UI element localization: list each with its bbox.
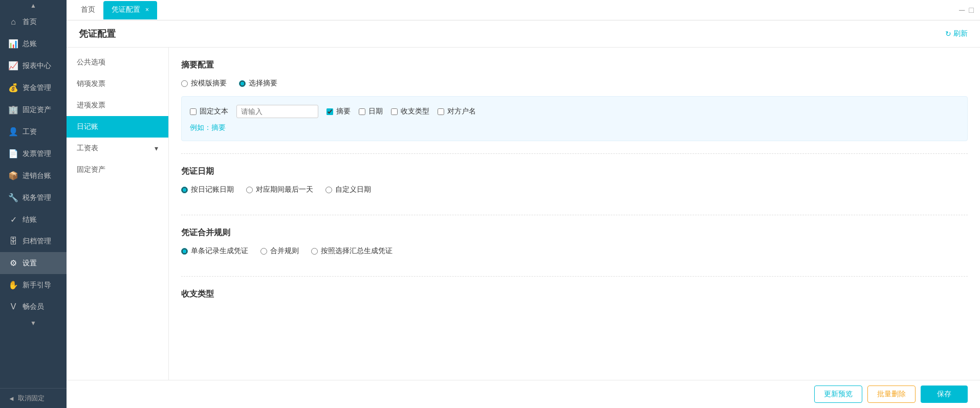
voucher-date-radio-group: 按日记账日期 对应期间最后一天 自定义日期 [181, 185, 968, 194]
sidebar-item-tax[interactable]: 🔧 税务管理 [0, 187, 67, 209]
left-nav-public[interactable]: 公共选项 [67, 52, 168, 73]
left-nav-purchase-invoice[interactable]: 进项发票 [67, 95, 168, 116]
summary-section: 摘要配置 按模版摘要 选择摘要 [181, 60, 968, 154]
merge-rule-option[interactable]: 合并规则 [260, 246, 299, 256]
tab-close-button[interactable]: × [145, 6, 149, 13]
ledger-icon: 📊 [8, 39, 18, 49]
sidebar-item-purchase[interactable]: 📦 进销台账 [0, 165, 67, 187]
summary-generate-radio[interactable] [311, 248, 318, 255]
fund-icon: 💰 [8, 83, 18, 93]
sidebar-item-ledger[interactable]: 📊 总账 [0, 33, 67, 55]
refresh-button[interactable]: ↻ 刷新 [945, 29, 968, 38]
summary-generate-option[interactable]: 按照选择汇总生成凭证 [311, 246, 393, 256]
merge-rules-title: 凭证合并规则 [181, 228, 968, 238]
left-nav: 公共选项 销项发票 进项发票 日记账 工资表 ▾ 固定资产 [67, 48, 169, 380]
update-preview-button[interactable]: 更新预览 [814, 386, 862, 403]
invoice-icon: 📄 [8, 149, 18, 158]
sidebar-item-asset[interactable]: 🏢 固定资产 [0, 99, 67, 121]
page-header: 凭证配置 ↻ 刷新 [67, 20, 980, 48]
home-icon: ⌂ [8, 17, 18, 27]
sidebar-item-archive[interactable]: 🗄 归档管理 [0, 231, 67, 252]
save-button[interactable]: 保存 [921, 386, 968, 403]
summary-section-title: 摘要配置 [181, 60, 968, 71]
left-nav-payroll-table[interactable]: 工资表 ▾ [67, 138, 168, 159]
sidebar-item-fund[interactable]: 💰 资金管理 [0, 77, 67, 99]
refresh-icon: ↻ [945, 30, 951, 38]
purchase-icon: 📦 [8, 171, 18, 180]
bottom-bar: 更新预览 批量删除 保存 [67, 380, 980, 408]
date-option[interactable]: 日期 [359, 107, 383, 116]
income-type-title: 收支类型 [181, 289, 968, 300]
sidebar-item-home[interactable]: ⌂ 首页 [0, 11, 67, 33]
counterparty-option[interactable]: 对方户名 [438, 107, 476, 116]
left-nav-sales[interactable]: 销项发票 [67, 73, 168, 95]
counterparty-checkbox[interactable] [438, 108, 444, 115]
merge-rules-radio-group: 单条记录生成凭证 合并规则 按照选择汇总生成凭证 [181, 246, 968, 256]
sidebar-item-close[interactable]: ✓ 结账 [0, 209, 67, 231]
merge-rule-radio[interactable] [260, 248, 267, 255]
abstract-checkbox[interactable] [326, 108, 333, 115]
pin-icon: ◄ [8, 395, 15, 402]
sidebar-scroll-down[interactable]: ▼ [0, 318, 67, 329]
last-day-option[interactable]: 对应期间最后一天 [246, 185, 313, 194]
journal-date-radio[interactable] [181, 187, 188, 193]
summary-select-radio[interactable] [239, 80, 246, 87]
income-type-section: 收支类型 [181, 289, 968, 320]
sidebar-item-vip[interactable]: V 畅会员 [0, 296, 67, 318]
close-accounts-icon: ✓ [8, 215, 18, 224]
summary-checkbox-row: 固定文本 摘要 日期 [190, 105, 959, 118]
page-title: 凭证配置 [79, 28, 116, 40]
sidebar-item-settings[interactable]: ⚙ 设置 [0, 252, 67, 274]
left-nav-journal[interactable]: 日记账 [67, 116, 168, 138]
date-checkbox[interactable] [359, 108, 365, 115]
vip-icon: V [8, 302, 18, 311]
summary-example: 例如：摘要 [190, 123, 959, 132]
sidebar-item-guide[interactable]: ✋ 新手引导 [0, 274, 67, 296]
voucher-date-title: 凭证日期 [181, 166, 968, 177]
summary-select-option[interactable]: 选择摘要 [239, 79, 277, 88]
sidebar-item-payroll[interactable]: 👤 工资 [0, 121, 67, 143]
last-day-radio[interactable] [246, 187, 253, 193]
single-record-radio[interactable] [181, 248, 188, 255]
guide-icon: ✋ [8, 280, 18, 290]
main-layout: 公共选项 销项发票 进项发票 日记账 工资表 ▾ 固定资产 [67, 48, 980, 380]
custom-date-option[interactable]: 自定义日期 [325, 185, 371, 194]
fixed-text-option[interactable]: 固定文本 [190, 107, 228, 116]
sidebar-unpin-button[interactable]: ◄ 取消固定 [0, 388, 67, 408]
settings-icon: ⚙ [8, 258, 18, 268]
single-record-option[interactable]: 单条记录生成凭证 [181, 246, 248, 256]
sidebar: ▲ ⌂ 首页 📊 总账 📈 报表中心 💰 资金管理 🏢 固定资产 👤 工资 📄 … [0, 0, 67, 408]
right-content: 摘要配置 按模版摘要 选择摘要 [169, 48, 980, 380]
sidebar-item-invoice[interactable]: 📄 发票管理 [0, 143, 67, 165]
custom-date-radio[interactable] [325, 187, 332, 193]
window-minimize-icon[interactable]: ─ [959, 6, 965, 15]
journal-date-option[interactable]: 按日记账日期 [181, 185, 234, 194]
batch-delete-button[interactable]: 批量删除 [867, 386, 916, 403]
summary-radio-group: 按模版摘要 选择摘要 [181, 79, 968, 88]
summary-template-option[interactable]: 按模版摘要 [181, 79, 227, 88]
summary-template-radio[interactable] [181, 80, 188, 87]
abstract-option[interactable]: 摘要 [326, 107, 351, 116]
archive-icon: 🗄 [8, 237, 18, 246]
sidebar-scroll-up[interactable]: ▲ [0, 0, 67, 11]
merge-rules-section: 凭证合并规则 单条记录生成凭证 合并规则 按照选择汇总生成凭证 [181, 228, 968, 277]
content-area: 凭证配置 ↻ 刷新 公共选项 销项发票 进项发票 日记账 [67, 20, 980, 408]
fixed-text-input[interactable] [236, 105, 318, 118]
income-type-checkbox[interactable] [391, 108, 398, 115]
window-restore-icon[interactable]: □ [969, 6, 974, 15]
sidebar-item-report[interactable]: 📈 报表中心 [0, 55, 67, 77]
tax-icon: 🔧 [8, 193, 18, 202]
left-nav-fixed-asset[interactable]: 固定资产 [67, 159, 168, 180]
tab-controls: ─ □ [959, 6, 974, 15]
chevron-down-icon: ▾ [155, 144, 158, 152]
tab-bar: 首页 凭证配置 × ─ □ [67, 0, 980, 20]
voucher-date-section: 凭证日期 按日记账日期 对应期间最后一天 自定义日期 [181, 166, 968, 215]
tab-home[interactable]: 首页 [73, 1, 103, 19]
fixed-text-checkbox[interactable] [190, 108, 197, 115]
income-type-option[interactable]: 收支类型 [391, 107, 429, 116]
main-area: 首页 凭证配置 × ─ □ 凭证配置 ↻ 刷新 公共选项 [67, 0, 980, 408]
report-icon: 📈 [8, 61, 18, 71]
payroll-icon: 👤 [8, 127, 18, 137]
asset-icon: 🏢 [8, 105, 18, 115]
tab-voucher-config[interactable]: 凭证配置 × [103, 1, 157, 19]
